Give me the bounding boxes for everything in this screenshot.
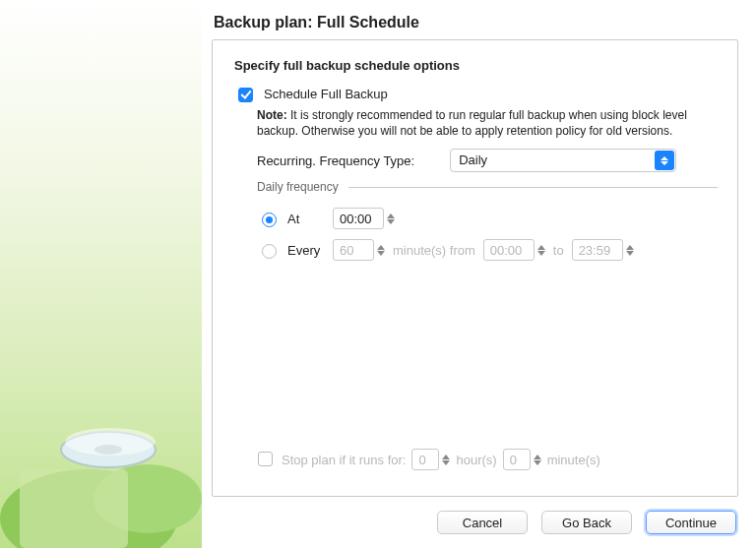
- svg-point-0: [0, 469, 177, 548]
- continue-button[interactable]: Continue: [646, 511, 736, 534]
- stepper-arrows-icon[interactable]: [534, 455, 541, 465]
- svg-rect-2: [20, 469, 128, 548]
- daily-section-label: Daily frequency: [257, 180, 339, 194]
- note-body: It is strongly recommended to run regula…: [257, 108, 687, 138]
- divider-line: [348, 187, 718, 188]
- stepper-arrows-icon[interactable]: [626, 245, 634, 256]
- every-to-input[interactable]: [572, 239, 623, 261]
- svg-point-3: [61, 432, 156, 467]
- main-area: Backup plan: Full Schedule Specify full …: [202, 0, 756, 548]
- at-time-stepper[interactable]: [333, 208, 395, 229]
- schedule-full-backup-checkbox[interactable]: [238, 88, 253, 102]
- every-radio[interactable]: [262, 244, 277, 259]
- cancel-button[interactable]: Cancel: [437, 511, 528, 534]
- stop-minutes-input[interactable]: [503, 449, 531, 470]
- sidebar-art-icon: [0, 322, 202, 548]
- schedule-full-backup-label: Schedule Full Backup: [264, 87, 388, 101]
- stepper-arrows-icon[interactable]: [387, 213, 395, 224]
- note-prefix: Note:: [257, 108, 287, 122]
- every-option-row: Every minute(s) from to: [257, 239, 718, 261]
- stepper-arrows-icon[interactable]: [537, 245, 545, 256]
- every-value-stepper[interactable]: [333, 239, 385, 261]
- every-label: Every: [287, 243, 325, 258]
- every-to-label: to: [553, 243, 564, 258]
- stepper-arrows-icon[interactable]: [377, 245, 385, 256]
- stop-minutes-label: minute(s): [547, 453, 600, 467]
- stop-hours-label: hour(s): [456, 453, 496, 467]
- footer-buttons: Cancel Go Back Continue: [212, 497, 738, 534]
- stop-plan-checkbox[interactable]: [258, 452, 273, 466]
- frequency-select-value[interactable]: Daily: [450, 149, 676, 172]
- stop-plan-row: Stop plan if it runs for: hour(s) minute…: [254, 449, 600, 470]
- at-time-input[interactable]: [333, 208, 384, 229]
- svg-point-5: [65, 428, 156, 456]
- every-unit-label: minute(s) from: [393, 243, 475, 258]
- stop-hours-input[interactable]: [411, 449, 439, 470]
- options-panel: Specify full backup schedule options Sch…: [212, 39, 738, 497]
- stop-plan-label: Stop plan if it runs for:: [282, 453, 406, 467]
- go-back-button[interactable]: Go Back: [541, 511, 632, 534]
- frequency-row: Recurring. Frequency Type: Daily: [257, 149, 718, 172]
- wizard-sidebar: [0, 0, 202, 548]
- panel-heading: Specify full backup schedule options: [234, 58, 718, 73]
- svg-point-4: [94, 445, 122, 455]
- note-text: Note: It is strongly recommended to run …: [257, 107, 718, 139]
- frequency-label: Recurring. Frequency Type:: [257, 153, 414, 168]
- at-option-row: At: [257, 208, 718, 229]
- stepper-arrows-icon[interactable]: [442, 455, 450, 465]
- every-to-stepper[interactable]: [572, 239, 634, 261]
- page-title: Backup plan: Full Schedule: [214, 14, 738, 31]
- stop-minutes-stepper[interactable]: [503, 449, 541, 470]
- stop-hours-stepper[interactable]: [411, 449, 450, 470]
- every-value-input[interactable]: [333, 239, 374, 261]
- every-from-stepper[interactable]: [483, 239, 545, 261]
- at-radio[interactable]: [262, 213, 277, 227]
- svg-point-1: [94, 464, 202, 533]
- every-from-input[interactable]: [483, 239, 535, 261]
- window-root: Backup plan: Full Schedule Specify full …: [0, 0, 756, 548]
- frequency-select[interactable]: Daily: [450, 149, 676, 172]
- at-label: At: [287, 212, 325, 226]
- schedule-checkbox-row: Schedule Full Backup: [234, 87, 718, 105]
- daily-section-header: Daily frequency: [257, 180, 718, 194]
